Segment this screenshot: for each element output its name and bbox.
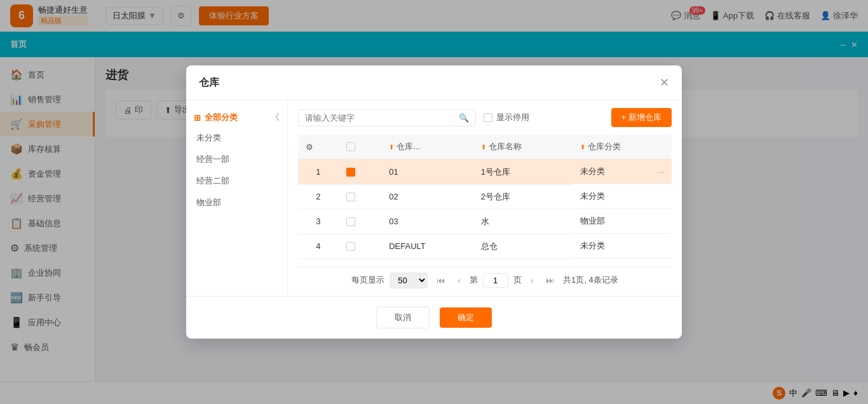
col-name: ⬆ 仓库名称 [473, 135, 573, 159]
row-checkbox-cell [339, 209, 381, 234]
page-suffix: 页 [513, 274, 522, 286]
search-input-wrap: 🔍 [298, 109, 476, 126]
row-num: 3 [298, 209, 339, 234]
first-page-button[interactable]: ⏮ [433, 274, 449, 286]
page-input[interactable] [483, 273, 508, 288]
row-code: DEFAULT [381, 234, 473, 259]
row-more-btn[interactable]: ··· [657, 167, 664, 177]
row-checkbox[interactable] [346, 217, 355, 226]
row-category: 物业部 [573, 209, 672, 234]
row-checkbox-cell [339, 159, 381, 185]
warehouse-modal: 仓库 ✕ ⊞ 全部分类 《 未分类经营一部经营二部物业部 [186, 65, 682, 339]
row-checkbox[interactable] [346, 242, 355, 251]
per-page-select[interactable]: 50 10 20 100 [390, 273, 428, 288]
modal-close-button[interactable]: ✕ [660, 76, 669, 90]
page-label: 第 [470, 274, 478, 286]
table-row[interactable]: 2 02 2号仓库 未分类 [298, 184, 672, 209]
table-header-row: ⚙ ⬆ 仓库... ⬆ [298, 135, 672, 159]
category-item-经营二部[interactable]: 经营二部 [186, 170, 287, 192]
category-item-经营一部[interactable]: 经营一部 [186, 149, 287, 170]
table-toolbar: 🔍 显示停用 + 新增仓库 [298, 108, 672, 127]
row-num: 1 [298, 159, 339, 185]
row-code: 03 [381, 209, 473, 234]
category-item-物业部[interactable]: 物业部 [186, 192, 287, 213]
row-checkbox[interactable] [346, 168, 355, 177]
category-header: ⊞ 全部分类 《 [186, 108, 287, 127]
table-panel: 🔍 显示停用 + 新增仓库 ⚙ [288, 100, 682, 296]
show-disabled-checkbox[interactable] [484, 113, 492, 122]
col-gear: ⚙ [298, 135, 339, 159]
table-row[interactable]: 1 01 1号仓库 未分类 ··· [298, 159, 672, 185]
all-category-label: 全部分类 [205, 112, 238, 123]
all-category-item[interactable]: ⊞ 全部分类 [194, 112, 238, 123]
collapse-button[interactable]: 《 [271, 112, 280, 123]
row-name: 水 [473, 209, 573, 234]
show-disabled-label: 显示停用 [496, 112, 529, 123]
category-items: 未分类经营一部经营二部物业部 [186, 127, 287, 213]
table-head: ⚙ ⬆ 仓库... ⬆ [298, 135, 672, 159]
row-checkbox[interactable] [346, 192, 355, 201]
confirm-button[interactable]: 确定 [440, 307, 492, 328]
row-checkbox-cell [339, 184, 381, 209]
show-disabled-toggle[interactable]: 显示停用 [484, 112, 529, 123]
cancel-button[interactable]: 取消 [376, 307, 430, 328]
sort-icon-cat: ⬆ [580, 144, 585, 151]
sort-icon-name: ⬆ [481, 144, 486, 151]
row-category: 未分类 [573, 234, 672, 259]
header-checkbox[interactable] [346, 142, 355, 151]
page-total: 共1页, 4条记录 [563, 274, 618, 286]
col-category: ⬆ 仓库分类 [573, 135, 672, 159]
table-row[interactable]: 3 03 水 物业部 [298, 209, 672, 234]
prev-page-button[interactable]: ‹ [454, 274, 464, 286]
category-panel: ⊞ 全部分类 《 未分类经营一部经营二部物业部 [186, 100, 288, 296]
next-page-button[interactable]: › [527, 274, 537, 286]
table-body: 1 01 1号仓库 未分类 ··· 2 02 2号仓库 未分类 3 [298, 159, 672, 259]
modal-header: 仓库 ✕ [186, 65, 682, 100]
row-name: 2号仓库 [473, 184, 573, 209]
modal-title: 仓库 [199, 76, 219, 90]
col-code: ⬆ 仓库... [381, 135, 473, 159]
row-checkbox-cell [339, 234, 381, 259]
warehouse-table: ⚙ ⬆ 仓库... ⬆ [298, 135, 672, 259]
last-page-button[interactable]: ⏭ [542, 274, 558, 286]
modal-footer: 取消 确定 [186, 296, 682, 339]
pagination: 每页显示 50 10 20 100 ⏮ ‹ 第 页 › ⏭ 共1页, 4条记录 [298, 267, 672, 288]
search-input[interactable] [305, 113, 459, 123]
grid-icon: ⊞ [194, 113, 201, 123]
row-category: 未分类 ··· [573, 159, 672, 184]
row-category: 未分类 [573, 184, 672, 209]
table-row[interactable]: 4 DEFAULT 总仓 未分类 [298, 234, 672, 259]
row-name: 总仓 [473, 234, 573, 259]
gear-col-icon: ⚙ [306, 142, 313, 152]
row-code: 01 [381, 159, 473, 185]
table-container: ⚙ ⬆ 仓库... ⬆ [298, 135, 672, 259]
category-item-未分类[interactable]: 未分类 [186, 127, 287, 149]
row-code: 02 [381, 184, 473, 209]
row-name: 1号仓库 [473, 159, 573, 185]
row-num: 2 [298, 184, 339, 209]
modal-body: ⊞ 全部分类 《 未分类经营一部经营二部物业部 🔍 [186, 100, 682, 296]
search-icon[interactable]: 🔍 [459, 113, 469, 123]
modal-overlay[interactable]: 仓库 ✕ ⊞ 全部分类 《 未分类经营一部经营二部物业部 [0, 0, 868, 404]
per-page-label: 每页显示 [351, 274, 384, 286]
add-warehouse-button[interactable]: + 新增仓库 [611, 108, 672, 127]
col-checkbox [339, 135, 381, 159]
row-num: 4 [298, 234, 339, 259]
sort-icon: ⬆ [389, 144, 394, 151]
